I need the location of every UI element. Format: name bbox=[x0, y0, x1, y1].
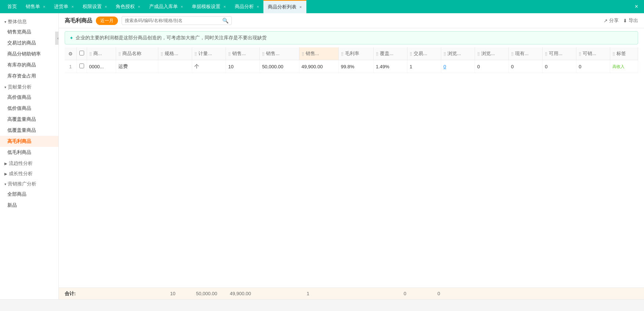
th-coverage[interactable]: ⣿覆盖... bbox=[373, 47, 407, 60]
search-icon[interactable]: 🔍 bbox=[222, 18, 229, 23]
close-icon[interactable]: × bbox=[71, 0, 73, 13]
sidebar-item-all-products[interactable]: 全部商品 bbox=[0, 189, 58, 200]
page-title: 高毛利商品 bbox=[65, 17, 92, 24]
expand-icon: ▶ bbox=[4, 172, 7, 176]
header-actions: ↗ 分享 ⬇ 导出 bbox=[604, 17, 638, 24]
sidebar-item-high-coverage[interactable]: 高覆盖量商品 bbox=[0, 114, 58, 125]
nav-permission[interactable]: 权限设置 × bbox=[78, 0, 111, 13]
nav-analysis[interactable]: 商品分析 × bbox=[230, 0, 263, 13]
expand-icon: ▾ bbox=[4, 85, 6, 89]
th-browse1[interactable]: ⣿浏览... bbox=[441, 47, 475, 60]
close-icon[interactable]: × bbox=[43, 0, 45, 13]
th-sales-cost[interactable]: ⣿销售... bbox=[299, 47, 338, 60]
th-gross-margin[interactable]: ⣿毛利率 bbox=[338, 47, 373, 60]
content-area: 高毛利商品 近一月 🔍 ↗ 分享 ⬇ 导出 ✦ 企业的主要的利润都是这部分商品创… bbox=[59, 13, 644, 299]
sidebar-item-high-margin[interactable]: 高毛利商品 bbox=[0, 136, 58, 147]
close-icon[interactable]: × bbox=[257, 0, 259, 13]
sidebar-item-high-value[interactable]: 高价值商品 bbox=[0, 92, 58, 103]
sidebar-item-low-value[interactable]: 低价值商品 bbox=[0, 103, 58, 114]
content-header: 高毛利商品 近一月 🔍 ↗ 分享 ⬇ 导出 bbox=[59, 13, 644, 28]
sidebar-item-traded[interactable]: 交易过的商品 bbox=[0, 37, 58, 48]
sidebar-group-contribution[interactable]: ▾ 贡献量分析 bbox=[0, 82, 58, 92]
nav-purchase[interactable]: 进货单 × bbox=[50, 0, 78, 13]
th-tag[interactable]: ⣿标签 bbox=[610, 47, 638, 60]
cell-sellable: 0 bbox=[576, 60, 610, 73]
search-box: 🔍 bbox=[122, 16, 232, 25]
footer-transaction: 1 bbox=[293, 291, 323, 296]
nav-home[interactable]: 首页 bbox=[3, 0, 21, 13]
footer-available: 0 bbox=[390, 291, 420, 296]
nav-sales[interactable]: 销售单 × bbox=[21, 0, 50, 13]
sidebar-item-low-coverage[interactable]: 低覆盖量商品 bbox=[0, 125, 58, 136]
th-code[interactable]: ⣿商... bbox=[87, 47, 116, 60]
sidebar-group-trend[interactable]: ▶ 流趋性分析 bbox=[0, 158, 58, 168]
footer-sales-cost: 49,900.00 bbox=[226, 291, 255, 296]
table-header-row: ⚙ ⣿商... ⣿商品名称 ⣿规格... ⣿计量... ⣿销售... ⣿销售..… bbox=[65, 47, 638, 60]
footer-sales-qty: 10 bbox=[158, 291, 187, 296]
sidebar-item-low-margin[interactable]: 低毛利商品 bbox=[0, 147, 58, 158]
th-name[interactable]: ⣿商品名称 bbox=[116, 47, 158, 60]
expand-icon: ▾ bbox=[4, 20, 6, 24]
cell-sales-qty: 10 bbox=[226, 60, 260, 73]
th-current-stock[interactable]: ⣿现有... bbox=[509, 47, 543, 60]
table-wrapper: ⚙ ⣿商... ⣿商品名称 ⣿规格... ⣿计量... ⣿销售... ⣿销售..… bbox=[59, 47, 644, 288]
close-icon[interactable]: × bbox=[299, 0, 302, 14]
sidebar-item-stock-capital[interactable]: 库存资金占用 bbox=[0, 70, 58, 82]
th-settings[interactable]: ⚙ bbox=[65, 47, 76, 60]
close-icon[interactable]: × bbox=[105, 0, 107, 13]
close-icon[interactable]: × bbox=[181, 0, 183, 13]
sidebar-item-in-stock[interactable]: 有库存的商品 bbox=[0, 59, 58, 70]
th-sellable[interactable]: ⣿可销... bbox=[576, 47, 610, 60]
th-sales-qty[interactable]: ⣿销售... bbox=[226, 47, 260, 60]
th-checkbox[interactable] bbox=[76, 47, 87, 60]
sidebar: « ▾ 整体信息 销售览商品 交易过的商品 商品分销助销率 有库存的商品 库存资… bbox=[0, 13, 59, 299]
cell-coverage: 1.49% bbox=[373, 60, 407, 73]
th-sales-amount[interactable]: ⣿销售... bbox=[260, 47, 299, 60]
sidebar-collapse-button[interactable]: « bbox=[55, 32, 59, 45]
footer-sellable: 0 bbox=[424, 291, 453, 296]
cell-name: 运费 bbox=[116, 60, 158, 73]
data-table: ⚙ ⣿商... ⣿商品名称 ⣿规格... ⣿计量... ⣿销售... ⣿销售..… bbox=[65, 47, 638, 73]
nav-role[interactable]: 角色授权 × bbox=[111, 0, 144, 13]
search-input[interactable] bbox=[125, 18, 220, 23]
sidebar-item-new-products[interactable]: 新品 bbox=[0, 200, 58, 211]
share-button[interactable]: ↗ 分享 bbox=[604, 17, 619, 24]
nav-analysis-list[interactable]: 商品分析列表 × bbox=[263, 0, 306, 13]
expand-icon: ▶ bbox=[4, 162, 7, 166]
footer-sales-amount: 50,000.00 bbox=[192, 291, 221, 296]
th-transaction[interactable]: ⣿交易... bbox=[407, 47, 441, 60]
table-footer: 合计: 10 50,000.00 49,900.00 1 0 0 bbox=[59, 288, 644, 299]
horizontal-scrollbar[interactable] bbox=[0, 299, 644, 304]
sidebar-item-distribution[interactable]: 商品分销助销率 bbox=[0, 48, 58, 59]
cell-sales-cost: 49,900.00 bbox=[299, 60, 338, 73]
cell-available: 0 bbox=[543, 60, 576, 73]
sidebar-item-sales-overview[interactable]: 销售览商品 bbox=[0, 26, 58, 37]
filter-button[interactable]: 近一月 bbox=[96, 17, 118, 25]
cell-checkbox[interactable] bbox=[76, 60, 87, 73]
cell-tag: 高收入 bbox=[610, 60, 638, 73]
row-checkbox[interactable] bbox=[79, 64, 84, 68]
sidebar-group-growth[interactable]: ▶ 成长性分析 bbox=[0, 168, 58, 178]
cell-current-stock: 0 bbox=[509, 60, 543, 73]
close-icon[interactable]: × bbox=[223, 0, 226, 13]
cell-spec bbox=[158, 60, 192, 73]
sidebar-group-overall[interactable]: ▾ 整体信息 bbox=[0, 16, 58, 26]
th-spec[interactable]: ⣿规格... bbox=[158, 47, 192, 60]
nav-template[interactable]: 单据模板设置 × bbox=[187, 0, 230, 13]
cell-code: 0000... bbox=[87, 60, 116, 73]
export-button[interactable]: ⬇ 导出 bbox=[623, 17, 638, 24]
share-icon: ↗ bbox=[604, 18, 608, 23]
close-icon[interactable]: × bbox=[138, 0, 140, 13]
th-browse2[interactable]: ⣿浏览... bbox=[475, 47, 509, 60]
select-all-checkbox[interactable] bbox=[79, 51, 84, 55]
close-window-button[interactable]: × bbox=[632, 3, 641, 10]
cell-browse2: 0 bbox=[475, 60, 509, 73]
nav-stock-in[interactable]: 产成品入库单 × bbox=[145, 0, 187, 13]
sidebar-group-marketing[interactable]: ▾ 营销推广分析 bbox=[0, 178, 58, 189]
th-unit[interactable]: ⣿计量... bbox=[192, 47, 226, 60]
cell-browse1[interactable]: 0 bbox=[441, 60, 475, 73]
expand-icon: ▾ bbox=[4, 182, 6, 186]
th-available[interactable]: ⣿可用... bbox=[543, 47, 576, 60]
cell-gross-margin: 99.8% bbox=[338, 60, 373, 73]
cell-sales-amount: 50,000.00 bbox=[260, 60, 299, 73]
